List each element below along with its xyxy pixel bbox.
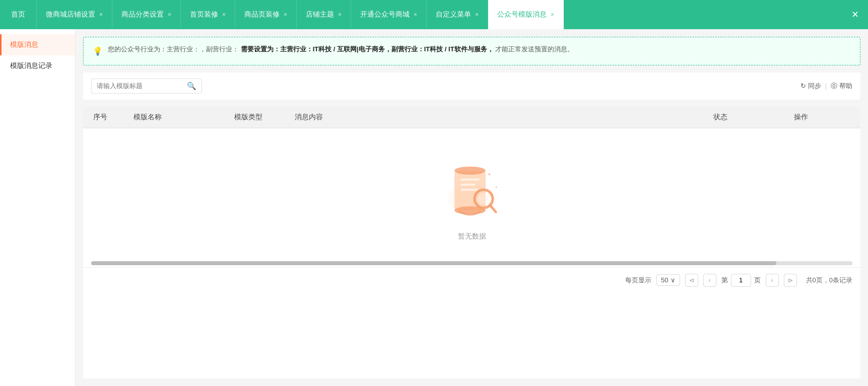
- svg-rect-5: [460, 184, 476, 186]
- help-label: 帮助: [839, 82, 852, 91]
- last-page-button[interactable]: ⊳: [784, 274, 797, 287]
- search-input[interactable]: [97, 82, 187, 90]
- sidebar-item-template-msg[interactable]: 模版消息: [0, 34, 75, 55]
- tab-label: 商品分类设置: [121, 10, 164, 19]
- total-info: 共0页，0条记录: [806, 276, 852, 285]
- tab-item-home[interactable]: 首页: [0, 0, 37, 29]
- col-header-content: 消息内容: [293, 113, 711, 122]
- search-input-wrapper[interactable]: 🔍: [91, 79, 202, 94]
- tab-item-store-theme[interactable]: 店铺主题×: [297, 0, 351, 29]
- first-page-button[interactable]: ⊲: [685, 274, 698, 287]
- page-size-label: 每页显示: [625, 276, 651, 285]
- search-left: 🔍: [91, 79, 202, 94]
- sidebar-item-template-msg-record[interactable]: 模版消息记录: [0, 55, 75, 76]
- col-header-action: 操作: [792, 113, 852, 122]
- sync-icon: ↻: [800, 82, 806, 90]
- svg-rect-6: [460, 189, 478, 191]
- sync-button[interactable]: ↻ 同步: [800, 82, 821, 91]
- divider: |: [825, 82, 827, 90]
- scroll-track[interactable]: [91, 261, 852, 265]
- col-header-type: 模版类型: [232, 113, 293, 122]
- pagination-area: 每页显示 50 ∨ ⊲ ‹ 第 页 › ⊳ 共0页，0条记录: [83, 267, 860, 293]
- col-header-seq: 序号: [91, 113, 131, 122]
- svg-rect-4: [460, 179, 480, 181]
- tab-label: 首页装修: [190, 10, 218, 19]
- tab-close-icon[interactable]: ×: [222, 11, 226, 18]
- content-area: 💡 您的公众号行业为：主营行业：，副营行业： 需要设置为：主营行业：IT科技 /…: [76, 29, 868, 386]
- tab-item-custom-menu[interactable]: 自定义菜单×: [427, 0, 488, 29]
- prev-page-button[interactable]: ‹: [703, 274, 716, 287]
- tab-item-template-msg[interactable]: 公众号模版消息×: [488, 0, 564, 29]
- search-button[interactable]: 🔍: [187, 82, 196, 91]
- page-label-suffix: 页: [754, 276, 761, 285]
- help-icon: ⓪: [831, 82, 837, 91]
- notice-icon: 💡: [93, 45, 103, 58]
- svg-text:✦: ✦: [495, 185, 498, 190]
- tab-label: 微商城店铺设置: [46, 10, 95, 19]
- tab-close-icon[interactable]: ×: [414, 11, 417, 18]
- tab-bar: 首页微商城店铺设置×商品分类设置×首页装修×商品页装修×店铺主题×开通公众号商城…: [0, 0, 868, 29]
- tab-label: 首页: [11, 10, 25, 19]
- close-all-button[interactable]: ✕: [842, 0, 868, 29]
- tab-label: 公众号模版消息: [497, 10, 547, 19]
- sidebar: 模版消息模版消息记录: [0, 29, 76, 386]
- search-bar: 🔍 ↻ 同步 | ⓪ 帮助: [83, 72, 860, 100]
- tab-item-micro-shop[interactable]: 微商城店铺设置×: [37, 0, 112, 29]
- table-header: 序号模版名称模版类型消息内容状态操作: [83, 107, 860, 128]
- col-header-status: 状态: [711, 113, 792, 122]
- page-input-wrap: 第 页: [721, 274, 761, 287]
- help-button[interactable]: ⓪ 帮助: [831, 82, 852, 91]
- page-input[interactable]: [731, 274, 751, 287]
- svg-text:✦: ✦: [487, 172, 491, 177]
- tab-item-product-decor[interactable]: 商品页装修×: [235, 0, 297, 29]
- tab-item-homepage-decor[interactable]: 首页装修×: [181, 0, 235, 29]
- scroll-thumb: [91, 261, 776, 265]
- page-size-value: 50: [661, 276, 668, 284]
- empty-text: 暂无数据: [458, 232, 486, 241]
- page-size-select[interactable]: 50 ∨: [656, 274, 680, 286]
- tab-label: 开通公众号商城: [360, 10, 410, 19]
- notice-box: 💡 您的公众号行业为：主营行业：，副营行业： 需要设置为：主营行业：IT科技 /…: [83, 37, 860, 65]
- tab-close-icon[interactable]: ×: [475, 11, 479, 18]
- tab-label: 商品页装修: [244, 10, 280, 19]
- page-size-chevron: ∨: [671, 276, 676, 284]
- tab-label: 自定义菜单: [436, 10, 471, 19]
- col-header-name: 模版名称: [131, 113, 232, 122]
- tab-close-icon[interactable]: ×: [551, 11, 554, 18]
- tab-item-open-mp[interactable]: 开通公众号商城×: [351, 0, 427, 29]
- tab-item-category[interactable]: 商品分类设置×: [112, 0, 181, 29]
- sync-label: 同步: [808, 82, 821, 91]
- page-label-prefix: 第: [721, 276, 728, 285]
- tab-close-icon[interactable]: ×: [338, 11, 342, 18]
- tab-label: 店铺主题: [306, 10, 334, 19]
- tab-close-icon[interactable]: ×: [284, 11, 287, 18]
- table-empty: ✦ ✦ 暂无数据: [83, 128, 860, 261]
- search-right: ↻ 同步 | ⓪ 帮助: [800, 82, 852, 91]
- next-page-button[interactable]: ›: [766, 274, 779, 287]
- tab-close-icon[interactable]: ×: [99, 11, 103, 18]
- notice-text: 您的公众号行业为：主营行业：，副营行业： 需要设置为：主营行业：IT科技 / 互…: [108, 44, 574, 55]
- table-container: 序号模版名称模版类型消息内容状态操作: [83, 107, 860, 378]
- svg-point-8: [478, 193, 490, 205]
- tab-close-icon[interactable]: ×: [168, 11, 171, 18]
- svg-point-2: [454, 167, 486, 175]
- main-layout: 模版消息模版消息记录 💡 您的公众号行业为：主营行业：，副营行业： 需要设置为：…: [0, 29, 868, 386]
- empty-illustration: ✦ ✦: [439, 159, 505, 224]
